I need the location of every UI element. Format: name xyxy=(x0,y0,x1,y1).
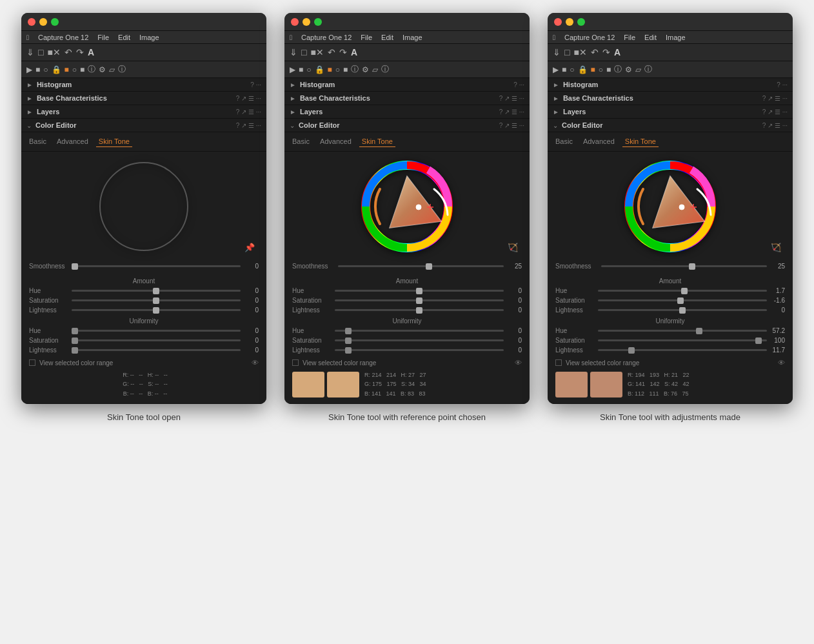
image-icon[interactable]: ■ xyxy=(35,65,40,74)
tab-advanced[interactable]: Advanced xyxy=(581,136,617,147)
uniformity-hue-thumb[interactable] xyxy=(72,328,78,334)
amount-saturation-thumb[interactable] xyxy=(416,297,422,304)
eye-icon[interactable]: 👁 xyxy=(252,359,259,367)
check-icon[interactable]: ■ xyxy=(80,65,84,74)
edit-menu[interactable]: Edit xyxy=(644,34,657,41)
amount-hue-slider[interactable] xyxy=(335,290,504,292)
pin-icon[interactable]: 🏹 xyxy=(771,243,781,252)
base-characteristics-section[interactable]: ► Base Characteristics ? ↗ ☰ ··· xyxy=(284,92,530,105)
color-wheel-container[interactable]: 🏹 xyxy=(284,152,530,261)
amount-saturation-slider[interactable] xyxy=(335,299,504,301)
smoothness-thumb[interactable] xyxy=(426,263,432,270)
smoothness-slider[interactable] xyxy=(338,265,504,267)
redo-icon[interactable]: ↷ xyxy=(602,47,610,57)
lock-icon[interactable]: 🔒 xyxy=(578,65,588,74)
close-button[interactable] xyxy=(291,18,299,26)
import-icon[interactable]: ⇓ xyxy=(290,47,297,57)
people-icon[interactable]: ▱ xyxy=(372,65,378,74)
amount-saturation-thumb[interactable] xyxy=(677,297,684,304)
base-characteristics-section[interactable]: ► Base Characteristics ? ↗ ☰ ··· xyxy=(548,92,793,105)
undo-icon[interactable]: ↶ xyxy=(591,47,599,57)
minimize-button[interactable] xyxy=(303,18,310,26)
text-icon[interactable]: A xyxy=(88,47,94,57)
smoothness-slider[interactable] xyxy=(601,265,767,267)
check-icon[interactable]: ■ xyxy=(343,65,348,74)
base-characteristics-section[interactable]: ► Base Characteristics ? ↗ ☰ ··· xyxy=(21,92,266,105)
import-icon[interactable]: ⇓ xyxy=(553,47,561,57)
view-color-checkbox[interactable] xyxy=(292,359,299,366)
search-icon[interactable]: ○ xyxy=(599,65,603,74)
gear-icon[interactable]: ⚙ xyxy=(99,65,106,74)
tab-advanced[interactable]: Advanced xyxy=(317,136,354,147)
smoothness-thumb[interactable] xyxy=(689,263,695,270)
amount-saturation-slider[interactable] xyxy=(72,299,241,301)
tab-basic[interactable]: Basic xyxy=(290,136,312,147)
search-icon[interactable]: ○ xyxy=(72,65,77,74)
amount-saturation-thumb[interactable] xyxy=(153,297,159,304)
uniformity-hue-thumb[interactable] xyxy=(345,328,352,334)
maximize-button[interactable] xyxy=(51,18,59,26)
edit-menu[interactable]: Edit xyxy=(118,34,130,41)
color-wheel-svg[interactable] xyxy=(357,157,457,257)
maximize-button[interactable] xyxy=(577,18,585,26)
uniformity-saturation-slider[interactable] xyxy=(335,339,504,341)
color-wheel-container[interactable]: 🏹 xyxy=(548,152,793,261)
color-editor-header[interactable]: ⌄ Color Editor ? ↗ ☰ ··· xyxy=(21,119,266,132)
image-icon[interactable]: ■ xyxy=(562,65,566,74)
color-editor-header[interactable]: ⌄ Color Editor ? ↗ ☰ ··· xyxy=(284,119,530,132)
histogram-section[interactable]: ► Histogram ? ··· xyxy=(284,78,530,92)
uniformity-lightness-thumb[interactable] xyxy=(345,347,352,354)
uniformity-lightness-slider[interactable] xyxy=(335,349,504,351)
maximize-button[interactable] xyxy=(314,18,322,26)
text-icon[interactable]: A xyxy=(351,47,357,57)
import-icon[interactable]: ⇓ xyxy=(26,47,34,57)
uniformity-saturation-slider[interactable] xyxy=(598,339,767,341)
image-menu[interactable]: Image xyxy=(139,34,159,41)
amount-lightness-thumb[interactable] xyxy=(416,307,422,314)
apple-menu[interactable]:  xyxy=(26,34,29,41)
pin-icon[interactable]: 📌 xyxy=(244,243,255,252)
gear-icon[interactable]: ⚙ xyxy=(625,65,632,74)
undo-icon[interactable]: ↶ xyxy=(65,47,72,57)
camera-icon[interactable]: □ xyxy=(301,47,306,57)
image-menu[interactable]: Image xyxy=(402,34,422,41)
amount-hue-slider[interactable] xyxy=(72,290,241,292)
edit-menu[interactable]: Edit xyxy=(381,34,393,41)
amount-lightness-slider[interactable] xyxy=(72,309,241,311)
eye-icon[interactable]: 👁 xyxy=(778,359,785,367)
amount-lightness-slider[interactable] xyxy=(335,309,504,311)
color-editor-header[interactable]: ⌄ Color Editor ? ↗ ☰ ··· xyxy=(548,119,793,132)
info-icon[interactable]: ⓘ xyxy=(88,64,95,75)
people-icon[interactable]: ▱ xyxy=(109,65,115,74)
file-menu[interactable]: File xyxy=(361,34,372,41)
uniformity-saturation-thumb[interactable] xyxy=(72,337,78,344)
more-icon[interactable]: ⓘ xyxy=(381,64,389,75)
uniformity-lightness-thumb[interactable] xyxy=(628,347,635,354)
amount-hue-thumb[interactable] xyxy=(416,288,422,294)
amount-saturation-slider[interactable] xyxy=(598,299,767,301)
amount-hue-slider[interactable] xyxy=(598,290,767,292)
color-icon[interactable]: ■ xyxy=(65,65,69,74)
histogram-section[interactable]: ► Histogram ? ··· xyxy=(548,78,793,92)
undo-icon[interactable]: ↶ xyxy=(328,47,335,57)
color-icon[interactable]: ■ xyxy=(591,65,595,74)
folder2-icon[interactable]: ▶ xyxy=(26,65,32,74)
check-icon[interactable]: ■ xyxy=(606,65,611,74)
color-icon[interactable]: ■ xyxy=(328,65,332,74)
lock-icon[interactable]: 🔒 xyxy=(52,65,61,74)
redo-icon[interactable]: ↷ xyxy=(76,47,84,57)
text-icon[interactable]: A xyxy=(614,47,620,57)
tab-skin-tone[interactable]: Skin Tone xyxy=(96,136,132,147)
color-wheel-svg[interactable] xyxy=(620,157,720,257)
amount-lightness-thumb[interactable] xyxy=(679,307,686,314)
uniformity-lightness-slider[interactable] xyxy=(598,349,767,351)
amount-hue-thumb[interactable] xyxy=(153,288,159,294)
uniformity-saturation-slider[interactable] xyxy=(72,339,241,341)
minimize-button[interactable] xyxy=(566,18,573,26)
amount-lightness-slider[interactable] xyxy=(598,309,767,311)
uniformity-lightness-slider[interactable] xyxy=(72,349,241,351)
amount-lightness-thumb[interactable] xyxy=(153,307,159,314)
tab-advanced[interactable]: Advanced xyxy=(54,136,91,147)
uniformity-hue-thumb[interactable] xyxy=(696,328,702,334)
layers-section[interactable]: ► Layers ? ↗ ☰ ··· xyxy=(284,105,530,119)
